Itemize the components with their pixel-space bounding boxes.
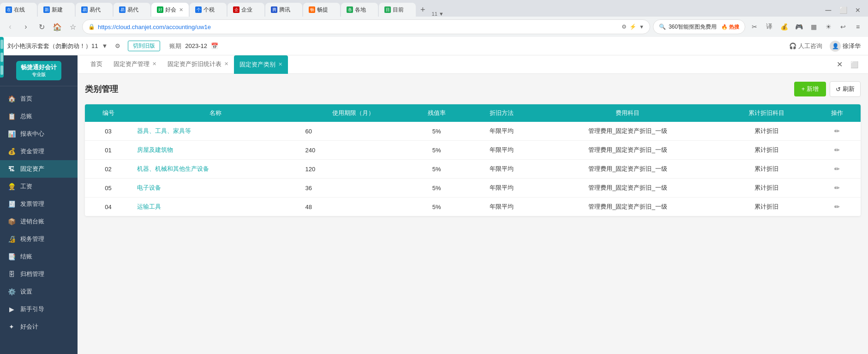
cell-usage-period: 120 — [300, 160, 407, 179]
sidebar-item-ledger[interactable]: 📋 总账 — [0, 108, 78, 125]
cell-name[interactable]: 房屋及建筑物 — [132, 141, 299, 160]
tab-category-label: 固定资产类别 — [239, 60, 275, 69]
new-tab-button[interactable]: + — [417, 3, 429, 17]
edit-btn-row1[interactable]: ✏ — [832, 145, 843, 155]
translate-btn[interactable]: 译 — [763, 20, 776, 33]
cell-name[interactable]: 电子设备 — [132, 179, 299, 198]
cell-name[interactable]: 机器、机械和其他生产设备 — [132, 160, 299, 179]
cell-accumulated-subject: 累计折旧 — [718, 179, 814, 198]
sun-btn[interactable]: ☀ — [822, 20, 835, 33]
customer-service-btn[interactable]: 🎧 人工咨询 — [789, 42, 822, 50]
browser-tab-tengxun[interactable]: 腾 腾讯 — [265, 3, 302, 17]
cell-code: 04 — [85, 198, 132, 216]
undo-btn[interactable]: ↩ — [837, 20, 850, 33]
left-edge-bar — [0, 55, 4, 78]
wallet-btn[interactable]: 💰 — [778, 20, 790, 33]
browser-tab-muqian[interactable]: 目 目前 — [379, 3, 416, 17]
table-row: 02 机器、机械和其他生产设备 120 5% 年限平均 管理费用_固定资产折旧_… — [85, 160, 861, 179]
app-container: 刘小艳演示套套（勿删勿动！）11 ▼ ⚙ 切到旧版 账期 2023-12 📅 🎧… — [0, 37, 868, 354]
sidebar-item-invoice[interactable]: 🧾 发票管理 — [0, 195, 78, 213]
collapse-panel-btn[interactable]: ✕ — [833, 58, 846, 71]
table-row: 01 房屋及建筑物 240 5% 年限平均 管理费用_固定资产折旧_一级 累计折… — [85, 141, 861, 160]
tab-depreciation-label: 固定资产折旧统计表 — [168, 60, 221, 68]
expand-address-btn[interactable]: ▼ — [639, 24, 644, 30]
sidebar-item-stock[interactable]: 📦 进销台账 — [0, 213, 78, 230]
sidebar-item-guide[interactable]: ▶ 新手引导 — [0, 300, 78, 318]
tab-overflow-btn[interactable]: 11 ▼ — [429, 11, 447, 17]
page-title: 类别管理 — [85, 84, 118, 95]
back-btn[interactable]: ‹ — [4, 20, 17, 33]
cell-usage-period: 48 — [300, 198, 407, 216]
tab-home[interactable]: 首页 — [85, 55, 108, 74]
tab-fixed-mgmt[interactable]: 固定资产管理 ✕ — [108, 55, 162, 74]
edit-btn-row0[interactable]: ✏ — [832, 126, 843, 136]
tab-label: 易代 — [90, 6, 101, 14]
home-btn[interactable]: 🏠 — [51, 20, 64, 33]
sidebar-item-reports[interactable]: 📊 报表中心 — [0, 125, 78, 143]
close-window-btn[interactable]: ✕ — [851, 4, 864, 17]
browser-chrome: 在 在线 新 新建 易 易代 易 易代 好 好会 ✕ 个 个税 企 企业 腾 — [0, 0, 868, 37]
cell-name[interactable]: 运输工具 — [132, 198, 299, 216]
add-category-btn[interactable]: + 新增 — [794, 82, 826, 96]
sidebar-item-payroll[interactable]: 👷 工资 — [0, 178, 78, 195]
sidebar-item-settlement[interactable]: 📑 结账 — [0, 248, 78, 265]
minimize-btn[interactable]: ─ — [822, 4, 835, 17]
tab-depreciation-close[interactable]: ✕ — [224, 61, 228, 67]
tab-category[interactable]: 固定资产类别 ✕ — [234, 55, 288, 74]
calendar-icon[interactable]: 📅 — [211, 42, 218, 49]
maximize-panel-btn[interactable]: ⬜ — [848, 58, 861, 71]
sidebar-item-more[interactable]: ✦ 好会计 — [0, 318, 78, 336]
scissors-btn[interactable]: ✂ — [748, 20, 761, 33]
search-bar[interactable]: 🔍 360智能抠图免费用 🔥 热搜 — [653, 19, 745, 34]
address-bar[interactable]: 🔒 https://cloud.chanjet.com/accounting/u… — [82, 19, 650, 34]
browser-tab-xinjian[interactable]: 新 新建 — [38, 3, 75, 17]
app-header: 刘小艳演示套套（勿删勿动！）11 ▼ ⚙ 切到旧版 账期 2023-12 📅 🎧… — [0, 37, 868, 55]
refresh-table-btn[interactable]: ↺ 刷新 — [830, 81, 861, 97]
forward-btn[interactable]: › — [19, 20, 32, 33]
edit-btn-row3[interactable]: ✏ — [832, 183, 843, 192]
menu-btn[interactable]: ≡ — [851, 20, 864, 33]
settlement-icon: 📑 — [7, 252, 16, 261]
browser-tab-yidai1[interactable]: 易 易代 — [76, 3, 113, 17]
game-btn[interactable]: 🎮 — [792, 20, 805, 33]
nav-label-tax: 税务管理 — [20, 235, 44, 243]
sidebar-item-funds[interactable]: 💰 资金管理 — [0, 143, 78, 160]
sidebar-item-fixed-assets[interactable]: 🏗 固定资产 — [0, 160, 78, 178]
dropdown-icon[interactable]: ▼ — [102, 42, 108, 49]
restore-btn[interactable]: ⬜ — [837, 4, 850, 17]
browser-tab-qiye[interactable]: 企 企业 — [227, 3, 264, 17]
refresh-btn[interactable]: ↻ — [35, 20, 48, 33]
cell-operation: ✏ — [814, 141, 861, 160]
browser-tab-gedi[interactable]: 各 各地 — [341, 3, 378, 17]
period-value: 2023-12 — [185, 42, 207, 49]
service-label: 人工咨询 — [798, 42, 822, 50]
browser-tab-yidai2[interactable]: 易 易代 — [114, 3, 150, 17]
account-settings-btn[interactable]: ⚙ — [111, 40, 124, 53]
sidebar-item-settings[interactable]: ⚙️ 设置 — [0, 283, 78, 300]
tab-depreciation[interactable]: 固定资产折旧统计表 ✕ — [162, 55, 234, 74]
favorite-btn[interactable]: ☆ — [66, 20, 79, 33]
tab-close-btn[interactable]: ✕ — [176, 7, 183, 13]
cell-depreciation-method: 年限平均 — [466, 179, 537, 198]
edit-btn-row2[interactable]: ✏ — [832, 164, 843, 174]
tab-category-close[interactable]: ✕ — [278, 61, 282, 67]
sidebar-item-home[interactable]: 🏠 首页 — [0, 90, 78, 108]
sidebar-logo: 畅捷通好会计 专业版 — [0, 55, 78, 86]
edit-btn-row4[interactable]: ✏ — [832, 202, 843, 211]
sidebar-item-tax[interactable]: 🔏 税务管理 — [0, 230, 78, 248]
tab-fixed-mgmt-close[interactable]: ✕ — [152, 61, 156, 67]
cell-name[interactable]: 器具、工具、家具等 — [132, 122, 299, 141]
browser-tab-changte[interactable]: 畅 畅提 — [303, 3, 340, 17]
grid-btn[interactable]: ▦ — [807, 20, 820, 33]
site-info-btn[interactable]: ⚙ — [622, 24, 627, 30]
cell-operation: ✏ — [814, 122, 861, 141]
nav-label-invoice: 发票管理 — [20, 200, 44, 208]
browser-tab-haohui[interactable]: 好 好会 ✕ — [151, 3, 189, 17]
table-row: 04 运输工具 48 5% 年限平均 管理费用_固定资产折旧_一级 累计折旧 ✏ — [85, 198, 861, 216]
sidebar-item-archive[interactable]: 🗄 归档管理 — [0, 265, 78, 283]
browser-tab-geshuì[interactable]: 个 个税 — [190, 3, 227, 17]
cell-residual-rate: 5% — [407, 160, 466, 179]
switch-version-btn[interactable]: 切到旧版 — [128, 41, 160, 51]
user-info[interactable]: 👤 徐泽华 — [830, 41, 861, 52]
browser-tab-zaixian[interactable]: 在 在线 — [0, 3, 37, 17]
